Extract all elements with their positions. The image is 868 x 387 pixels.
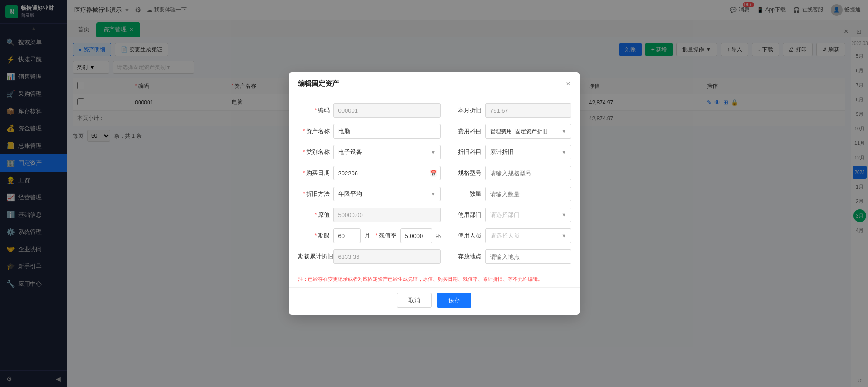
category-select-arrow: ▼ [431, 149, 436, 155]
category-name-label: 类别名称 [298, 148, 330, 156]
spec-model-label: 规格型号 [450, 169, 481, 177]
expense-subject-value: 管理费用_固定资产折旧 [490, 128, 548, 135]
modal-footer: 取消 保存 [289, 287, 580, 315]
form-row-period: 期限 月 残值率 % [298, 228, 441, 243]
dep-subject-select[interactable]: 累计折旧 ▼ [485, 145, 571, 159]
form-row-storage: 存放地点 [450, 249, 571, 264]
form-row-code: 编码 document.querySelector('[data-name="c… [298, 103, 441, 118]
form-row-original-value: 原值 [298, 208, 441, 222]
form-row-department: 使用部门 请选择部门 ▼ [450, 208, 571, 222]
purchase-date-wrapper: 📅 [333, 166, 441, 180]
modal-overlay: 编辑固定资产 × 编码 document.querySelector('[dat… [0, 0, 868, 387]
period-label: 期限 [298, 232, 330, 240]
modal-header: 编辑固定资产 × [289, 72, 580, 94]
form-row-purchase-date: 购买日期 📅 [298, 166, 441, 180]
modal-right-col: 本月折旧 费用科目 管理费用_固定资产折旧 ▼ 折旧科目 累计折旧 [450, 103, 571, 264]
asset-name-input[interactable] [333, 124, 441, 139]
initial-cumulative-input[interactable] [333, 249, 441, 264]
original-value-label: 原值 [298, 211, 330, 219]
residual-rate-unit: % [436, 233, 441, 239]
dep-method-label: 折旧方法 [298, 190, 330, 198]
dep-subject-arrow: ▼ [561, 149, 566, 155]
initial-cumulative-label: 期初累计折旧 [298, 253, 330, 261]
form-row-category: 类别名称 电子设备 ▼ [298, 145, 441, 159]
form-row-initial-cumulative: 期初累计折旧 [298, 249, 441, 264]
form-row-asset-name: 资产名称 [298, 124, 441, 139]
note-text: 注：已经存在变更记录或者对应固定资产已经生成凭证，原值、购买日期、残值率、累计折… [298, 276, 543, 282]
form-row-spec-model: 规格型号 [450, 166, 571, 180]
edit-fixed-asset-modal: 编辑固定资产 × 编码 document.querySelector('[dat… [289, 72, 580, 315]
period-unit: 月 [364, 232, 370, 240]
storage-input[interactable] [485, 249, 571, 264]
dep-subject-value: 累计折旧 [490, 148, 514, 156]
save-button[interactable]: 保存 [437, 293, 471, 308]
form-row-personnel: 使用人员 请选择人员 ▼ [450, 228, 571, 243]
cancel-button[interactable]: 取消 [397, 293, 432, 308]
quantity-label: 数量 [450, 190, 481, 198]
personnel-label: 使用人员 [450, 232, 481, 240]
category-name-select[interactable]: 电子设备 ▼ [333, 145, 441, 159]
department-arrow: ▼ [561, 212, 566, 218]
expense-subject-label: 费用科目 [450, 127, 481, 135]
calendar-icon[interactable]: 📅 [430, 170, 437, 177]
storage-label: 存放地点 [450, 253, 481, 261]
cancel-label: 取消 [408, 297, 420, 303]
asset-name-label: 资产名称 [298, 127, 330, 135]
form-row-dep-subject: 折旧科目 累计折旧 ▼ [450, 145, 571, 159]
code-label: 编码 [298, 106, 330, 114]
category-value: 电子设备 [338, 148, 362, 156]
form-row-dep-method: 折旧方法 年限平均 ▼ [298, 187, 441, 201]
dep-method-arrow: ▼ [431, 191, 436, 197]
residual-rate-label: 残值率 [374, 232, 397, 240]
personnel-placeholder: 请选择人员 [490, 232, 520, 240]
modal-body: 编码 document.querySelector('[data-name="c… [289, 94, 580, 273]
form-row-this-month-dep: 本月折旧 [450, 103, 571, 118]
modal-close-btn[interactable]: × [566, 80, 570, 88]
modal-title: 编辑固定资产 [298, 79, 339, 88]
form-row-expense-subject: 费用科目 管理费用_固定资产折旧 ▼ [450, 124, 571, 139]
original-value-input[interactable] [333, 208, 441, 222]
department-placeholder: 请选择部门 [490, 211, 520, 219]
personnel-arrow: ▼ [561, 233, 566, 238]
code-input[interactable] [333, 103, 441, 118]
dep-method-value: 年限平均 [338, 190, 362, 198]
this-month-dep-input[interactable] [485, 103, 571, 118]
expense-subject-select[interactable]: 管理费用_固定资产折旧 ▼ [485, 124, 571, 139]
residual-rate-input[interactable] [400, 228, 432, 243]
purchase-date-label: 购买日期 [298, 169, 330, 177]
department-select[interactable]: 请选择部门 ▼ [485, 208, 571, 222]
quantity-input[interactable] [485, 187, 571, 201]
modal-note: 注：已经存在变更记录或者对应固定资产已经生成凭证，原值、购买日期、残值率、累计折… [289, 273, 580, 287]
form-row-quantity: 数量 [450, 187, 571, 201]
this-month-dep-label: 本月折旧 [450, 106, 481, 114]
department-label: 使用部门 [450, 211, 481, 219]
period-input[interactable] [333, 228, 361, 243]
modal-left-col: 编码 document.querySelector('[data-name="c… [298, 103, 441, 264]
save-label: 保存 [448, 297, 460, 303]
dep-method-select[interactable]: 年限平均 ▼ [333, 187, 441, 201]
dep-subject-label: 折旧科目 [450, 148, 481, 156]
expense-subject-arrow: ▼ [561, 129, 566, 134]
purchase-date-input[interactable] [333, 166, 441, 180]
personnel-select[interactable]: 请选择人员 ▼ [485, 228, 571, 243]
spec-model-input[interactable] [485, 166, 571, 180]
